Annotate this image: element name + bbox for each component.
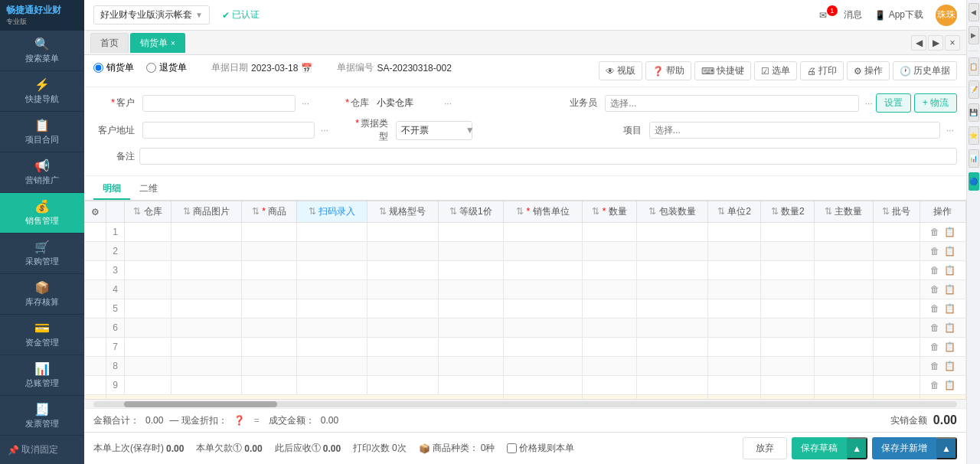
addr-dots-btn[interactable]: ··· <box>318 125 332 136</box>
th-quantity[interactable]: ⇅ * 数量 <box>582 201 636 223</box>
row-price[interactable] <box>438 338 503 357</box>
row-qty[interactable] <box>582 223 636 242</box>
th-sales-unit[interactable]: ⇅ * 销售单位 <box>503 201 582 223</box>
notes-input[interactable] <box>139 148 957 165</box>
row-batch[interactable] <box>873 319 920 338</box>
row-warehouse[interactable] <box>125 319 172 338</box>
sidebar-item-search[interactable]: 🔍 搜索菜单 <box>0 31 84 71</box>
row-price[interactable] <box>438 242 503 261</box>
row-warehouse[interactable] <box>125 338 172 357</box>
row-sales-unit[interactable] <box>503 242 582 261</box>
row-delete-btn[interactable]: 🗑 <box>929 322 941 334</box>
row-main-qty[interactable] <box>814 261 873 280</box>
row-product[interactable] <box>242 299 296 319</box>
project-dots-btn[interactable]: ··· <box>943 125 957 136</box>
save-draft-btn[interactable]: 保存草稿 <box>792 437 847 459</box>
row-spec[interactable] <box>368 242 438 261</box>
row-qty2[interactable] <box>761 338 815 357</box>
row-qty[interactable] <box>582 242 636 261</box>
row-batch[interactable] <box>873 376 920 395</box>
customer-input[interactable] <box>142 95 296 112</box>
app-download-btn[interactable]: 📱 App下载 <box>874 8 923 21</box>
price-check-item[interactable]: 价格规则本单 <box>507 442 574 455</box>
horizontal-scrollbar[interactable] <box>84 399 966 408</box>
row-spec[interactable] <box>368 357 438 376</box>
row-main-qty[interactable] <box>814 242 873 261</box>
row-warehouse[interactable] <box>125 299 172 319</box>
row-scan[interactable] <box>296 376 367 395</box>
company-selector[interactable]: 好业财专业版演示帐套 ▼ <box>93 5 210 25</box>
row-copy-btn[interactable]: 📋 <box>942 360 957 372</box>
right-sidebar-btn-3[interactable]: 📋 <box>969 57 979 76</box>
row-pkg-qty[interactable] <box>637 242 707 261</box>
row-sales-unit[interactable] <box>503 280 582 299</box>
row-qty[interactable] <box>582 376 636 395</box>
detail-tab-1[interactable]: 明细 <box>93 179 130 200</box>
sidebar-item-marketing[interactable]: 📢 营销推广 <box>0 152 84 193</box>
row-price[interactable] <box>438 299 503 319</box>
cancel-fixed-btn[interactable]: 📌 取消固定 <box>5 440 80 459</box>
row-qty[interactable] <box>582 357 636 376</box>
row-qty[interactable] <box>582 338 636 357</box>
row-scan[interactable] <box>296 338 367 357</box>
abandon-btn[interactable]: 放弃 <box>743 437 787 459</box>
radio-sales-input[interactable] <box>93 63 103 73</box>
row-batch[interactable] <box>873 280 920 299</box>
row-pkg-qty[interactable] <box>637 338 707 357</box>
row-price[interactable] <box>438 280 503 299</box>
invoice-select[interactable]: 不开票 ▼ <box>396 121 472 140</box>
row-spec[interactable] <box>368 223 438 242</box>
radio-return[interactable]: 退货单 <box>146 61 187 74</box>
operation-btn[interactable]: ⚙操作 <box>847 61 890 80</box>
tab-prev-btn[interactable]: ◀ <box>911 35 926 51</box>
row-delete-btn[interactable]: 🗑 <box>929 226 941 238</box>
row-delete-btn[interactable]: 🗑 <box>929 264 941 276</box>
row-qty[interactable] <box>582 299 636 319</box>
user-avatar[interactable]: 珠珠 <box>936 5 957 26</box>
row-warehouse[interactable] <box>125 261 172 280</box>
row-product[interactable] <box>242 319 296 338</box>
tab-close-all-btn[interactable]: × <box>945 35 960 51</box>
th-spec[interactable]: ⇅ 规格型号 <box>368 201 438 223</box>
row-warehouse[interactable] <box>125 376 172 395</box>
th-settings[interactable]: ⚙ <box>85 201 106 223</box>
right-sidebar-btn-6[interactable]: ⭐ <box>969 126 979 145</box>
row-qty2[interactable] <box>761 299 815 319</box>
save-new-btn[interactable]: 保存并新增 <box>872 437 936 459</box>
row-qty2[interactable] <box>761 280 815 299</box>
date-value[interactable]: 2023-03-18 <box>251 63 298 74</box>
row-scan[interactable] <box>296 261 367 280</box>
row-price[interactable] <box>438 223 503 242</box>
row-copy-btn[interactable]: 📋 <box>942 341 957 353</box>
row-qty[interactable] <box>582 280 636 299</box>
view-btn[interactable]: 👁视版 <box>599 61 642 80</box>
help-btn[interactable]: ❓帮助 <box>645 61 691 80</box>
row-pkg-qty[interactable] <box>637 376 707 395</box>
row-scan[interactable] <box>296 242 367 261</box>
row-warehouse[interactable] <box>125 223 172 242</box>
row-spec[interactable] <box>368 280 438 299</box>
row-product[interactable] <box>242 280 296 299</box>
row-pkg-qty[interactable] <box>637 280 707 299</box>
save-new-arrow-btn[interactable]: ▲ <box>936 437 957 459</box>
row-scan[interactable] <box>296 223 367 242</box>
row-copy-btn[interactable]: 📋 <box>942 283 957 296</box>
customer-addr-input[interactable] <box>142 122 315 139</box>
row-batch[interactable] <box>873 338 920 357</box>
th-qty2[interactable]: ⇅ 数量2 <box>761 201 815 223</box>
row-delete-btn[interactable]: 🗑 <box>929 341 941 353</box>
right-sidebar-btn-4[interactable]: 📝 <box>969 80 979 99</box>
calendar-icon[interactable]: 📅 <box>301 63 312 74</box>
row-product[interactable] <box>242 376 296 395</box>
select-btn[interactable]: ☑选单 <box>754 61 797 80</box>
th-product[interactable]: ⇅ * 商品 <box>242 201 296 223</box>
sidebar-item-invoice[interactable]: 🧾 发票管理 <box>0 396 84 435</box>
row-price[interactable] <box>438 376 503 395</box>
radio-sales[interactable]: 销货单 <box>93 61 134 74</box>
th-unit2[interactable]: ⇅ 单位2 <box>707 201 761 223</box>
history-btn[interactable]: 🕐历史单据 <box>893 61 957 80</box>
row-copy-btn[interactable]: 📋 <box>942 322 957 334</box>
help-circle-icon[interactable]: ❓ <box>234 415 245 426</box>
message-btn[interactable]: ✉ 1 消息 <box>819 8 862 21</box>
row-main-qty[interactable] <box>814 223 873 242</box>
